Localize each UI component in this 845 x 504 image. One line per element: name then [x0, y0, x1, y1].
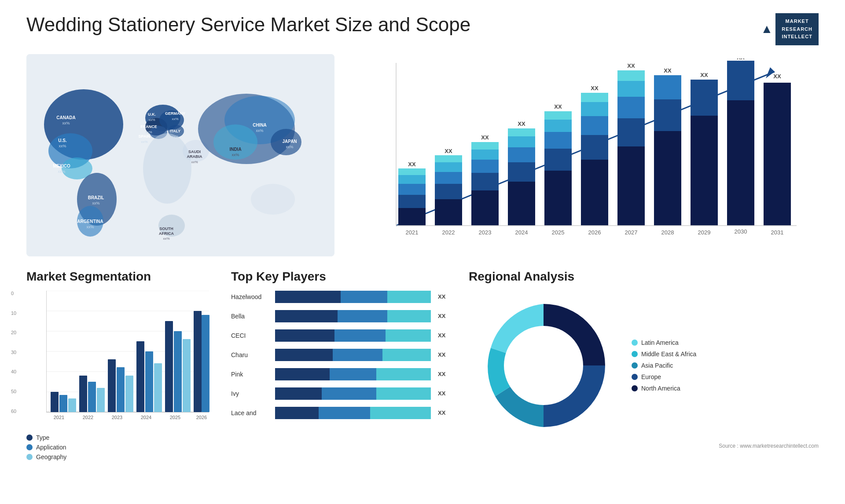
player-row-lace: Lace and XX [231, 407, 451, 419]
svg-text:XX: XX [481, 134, 489, 141]
svg-rect-89 [581, 135, 608, 160]
key-players-title: Top Key Players [231, 270, 451, 284]
svg-rect-75 [508, 162, 535, 182]
map-svg: CANADA xx% U.S. xx% MEXICO xx% BRAZIL xx… [26, 54, 334, 256]
player-bar-seg1 [275, 291, 341, 303]
svg-rect-114 [764, 83, 791, 226]
player-name-hazelwood: Hazelwood [231, 293, 271, 300]
svg-text:xx%: xx% [191, 160, 198, 164]
player-label-lace: XX [438, 409, 451, 416]
regional-panel: Regional Analysis [469, 270, 819, 504]
svg-text:xx%: xx% [172, 117, 178, 121]
world-map: CANADA xx% U.S. xx% MEXICO xx% BRAZIL xx… [26, 54, 334, 256]
svg-text:xx%: xx% [62, 121, 70, 125]
svg-text:SPAIN: SPAIN [139, 134, 151, 139]
seg-chart-svg: 2021 2022 2023 2024 2025 2026 0 10 20 30… [46, 291, 213, 427]
svg-text:XX: XX [408, 161, 416, 168]
svg-rect-134 [97, 388, 105, 412]
svg-rect-71 [471, 142, 499, 150]
svg-text:SAUDI: SAUDI [188, 150, 201, 154]
svg-text:xx%: xx% [59, 144, 66, 148]
player-bar-bella [275, 310, 431, 322]
svg-rect-99 [617, 70, 645, 81]
svg-rect-92 [581, 93, 608, 102]
svg-rect-54 [398, 195, 426, 208]
reg-label-north-america: North America [641, 385, 680, 392]
svg-rect-60 [435, 199, 462, 226]
reg-dot-middle-east [632, 351, 638, 357]
svg-rect-63 [435, 162, 462, 172]
player-name-ceci: CECI [231, 332, 271, 339]
player-label-hazelwood: XX [438, 293, 451, 300]
svg-text:2027: 2027 [625, 229, 638, 236]
legend-geography: Geography [26, 453, 213, 460]
svg-rect-142 [174, 331, 182, 412]
reg-dot-latin-america [632, 340, 638, 346]
svg-text:2025: 2025 [170, 415, 180, 420]
reg-dot-north-america [632, 385, 638, 391]
player-row-ivy: Ivy XX [231, 387, 451, 400]
svg-rect-61 [435, 184, 462, 199]
svg-rect-90 [581, 116, 608, 135]
svg-text:2022: 2022 [83, 415, 93, 420]
svg-rect-136 [117, 367, 125, 412]
svg-rect-132 [79, 376, 87, 412]
svg-text:xx%: xx% [231, 153, 239, 157]
svg-text:2031: 2031 [771, 229, 784, 236]
svg-text:SOUTH: SOUTH [159, 226, 173, 231]
svg-text:INDIA: INDIA [229, 147, 241, 152]
svg-rect-104 [654, 75, 681, 99]
svg-text:xx%: xx% [86, 225, 94, 229]
players-list: Hazelwood XX Bella XX [231, 291, 451, 419]
svg-text:XX: XX [518, 121, 525, 127]
regional-legend: Latin America Middle East & Africa Asia … [632, 339, 696, 392]
svg-text:FRANCE: FRANCE [140, 124, 157, 129]
svg-text:ITALY: ITALY [170, 129, 181, 133]
reg-label-middle-east: Middle East & Africa [641, 351, 696, 358]
legend-geography-dot [26, 454, 33, 460]
segmentation-panel: Market Segmentation 60 50 40 30 20 10 0 [26, 270, 213, 504]
reg-legend-europe: Europe [632, 373, 696, 380]
legend-application-dot [26, 444, 33, 450]
svg-rect-107 [691, 116, 718, 226]
player-bar-lace [275, 407, 431, 419]
svg-text:xx%: xx% [92, 201, 99, 205]
svg-text:BRAZIL: BRAZIL [88, 195, 104, 200]
legend-type-label: Type [36, 434, 49, 441]
svg-rect-112 [727, 61, 754, 100]
svg-rect-88 [581, 160, 608, 226]
legend-type-dot [26, 435, 33, 441]
svg-rect-67 [471, 190, 499, 226]
svg-text:JAPAN: JAPAN [282, 139, 297, 144]
svg-text:XX: XX [737, 58, 745, 61]
svg-text:xx%: xx% [148, 118, 155, 122]
player-row-hazelwood: Hazelwood XX [231, 291, 451, 303]
svg-text:MEXICO: MEXICO [53, 164, 70, 168]
svg-rect-62 [435, 172, 462, 184]
svg-text:CANADA: CANADA [56, 115, 75, 120]
svg-rect-85 [544, 111, 572, 120]
player-name-pink: Pink [231, 371, 271, 378]
svg-rect-137 [125, 376, 133, 412]
reg-label-latin-america: Latin America [641, 339, 679, 346]
svg-rect-84 [544, 120, 572, 132]
svg-text:AFRICA: AFRICA [159, 231, 174, 236]
player-label-bella: XX [438, 313, 451, 319]
svg-text:2021: 2021 [54, 415, 64, 420]
logo-area: ▲ MARKET RESEARCH INTELLECT [761, 13, 819, 45]
player-label-pink: XX [438, 371, 451, 377]
seg-legend: Type Application Geography [26, 434, 213, 460]
top-section: CANADA xx% U.S. xx% MEXICO xx% BRAZIL xx… [26, 54, 819, 256]
player-bar-ceci [275, 329, 431, 342]
player-bar-seg3 [387, 291, 431, 303]
svg-text:xx%: xx% [145, 130, 152, 134]
svg-rect-131 [68, 398, 76, 412]
svg-rect-78 [508, 128, 535, 136]
bar-chart-svg: XX 2021 XX 2022 [370, 58, 801, 248]
svg-rect-95 [617, 146, 645, 226]
svg-rect-82 [544, 149, 572, 171]
svg-text:xx%: xx% [163, 237, 169, 241]
svg-text:xx%: xx% [172, 135, 178, 139]
logo-text: MARKET RESEARCH INTELLECT [775, 13, 819, 45]
svg-rect-102 [654, 131, 681, 226]
